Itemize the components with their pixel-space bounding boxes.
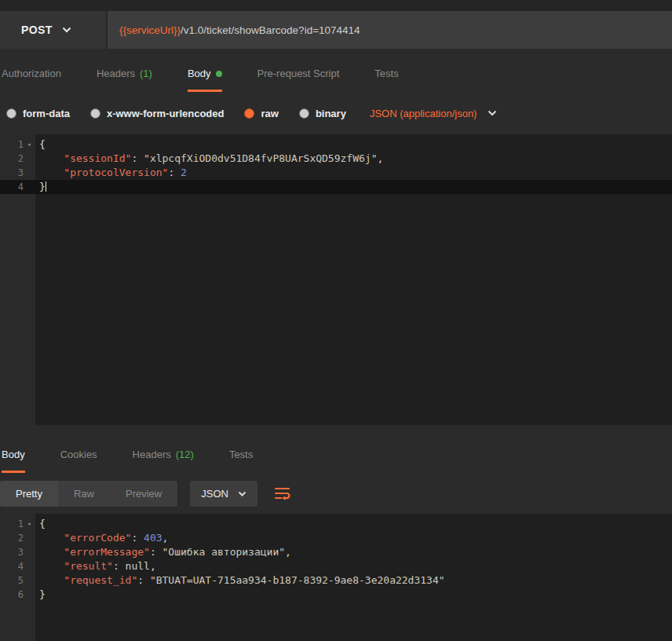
- request-tab-headers[interactable]: Headers(1): [97, 68, 152, 92]
- body-set-dot: [216, 71, 222, 77]
- line-number: 2: [0, 531, 24, 545]
- method-dropdown[interactable]: POST: [0, 11, 108, 49]
- token-plain: :: [113, 560, 126, 572]
- response-tab-cookies[interactable]: Cookies: [60, 449, 97, 473]
- fold-spacer: [24, 152, 35, 166]
- url-input[interactable]: {{serviceUrl}}/v1.0/ticket/showBarcode?i…: [108, 11, 672, 49]
- mode-label: x-www-form-urlencoded: [107, 108, 225, 119]
- token-key: "request_id": [64, 574, 137, 586]
- fold-spacer: [24, 166, 35, 180]
- wrap-lines-icon: [273, 485, 292, 501]
- token-plain: [39, 152, 64, 164]
- token-key: "protocolVersion": [64, 167, 168, 178]
- url-variable: {{serviceUrl}}: [119, 24, 181, 36]
- code-text: }: [35, 180, 672, 194]
- body-mode-row: form-datax-www-form-urlencodedrawbinary …: [0, 92, 672, 134]
- postman-window: POST {{serviceUrl}}/v1.0/ticket/showBarc…: [0, 0, 672, 641]
- token-null: null: [126, 560, 150, 572]
- code-text: "errorCode": 403,: [35, 531, 672, 545]
- token-number: 403: [144, 532, 162, 544]
- tab-label: Cookies: [60, 449, 97, 460]
- response-body-editor: 1▾{2 "errorCode": 403,3 "errorMessage": …: [0, 514, 672, 641]
- code-line: 6}: [0, 588, 672, 602]
- tab-label: Authorization: [2, 68, 61, 79]
- text-cursor: [46, 181, 46, 192]
- view-raw[interactable]: Raw: [58, 481, 110, 507]
- response-tab-body[interactable]: Body: [2, 449, 25, 473]
- request-tab-pre-request-script[interactable]: Pre-request Script: [257, 68, 340, 92]
- body-mode-x-www-form-urlencoded[interactable]: x-www-form-urlencoded: [90, 108, 225, 119]
- code-line: 3 "protocolVersion": 2: [0, 166, 672, 180]
- token-plain: [39, 167, 64, 178]
- view-preview[interactable]: Preview: [110, 481, 177, 507]
- line-number: 6: [0, 588, 24, 602]
- response-format-label: JSON: [201, 488, 228, 500]
- body-mode-options: form-datax-www-form-urlencodedrawbinary: [6, 108, 346, 119]
- line-number: 3: [0, 545, 24, 559]
- code-text: "request_id": "BTUAT=UAT-715aa934-b187-8…: [35, 573, 672, 588]
- section-divider: [0, 425, 672, 436]
- body-mode-form-data[interactable]: form-data: [6, 108, 70, 119]
- wrap-lines-button[interactable]: [270, 482, 295, 504]
- mode-label: raw: [261, 108, 278, 119]
- token-plain: :: [137, 574, 150, 586]
- token-plain: [39, 532, 64, 544]
- content-type-dropdown[interactable]: JSON (application/json): [370, 108, 498, 119]
- code-line: 1▾{: [0, 517, 672, 531]
- body-mode-binary[interactable]: binary: [299, 108, 346, 119]
- code-text: }: [35, 588, 672, 602]
- token-plain: ,: [377, 152, 383, 164]
- token-plain: {: [39, 518, 46, 529]
- request-body-editor[interactable]: 1▾{2 "sessionId": "xlpcqfXiOD0dv51D84fvP…: [0, 134, 672, 425]
- content-type-label: JSON (application/json): [370, 108, 477, 119]
- tab-label: Tests: [229, 449, 253, 460]
- fold-arrow-icon: ▾: [24, 137, 35, 152]
- token-plain: ,: [150, 560, 156, 572]
- tab-label: Headers: [133, 449, 171, 460]
- token-plain: {: [39, 138, 46, 150]
- radio-icon: [90, 108, 100, 119]
- window-top-strip: [0, 0, 672, 11]
- radio-icon: [6, 108, 16, 119]
- fold-spacer: [24, 588, 35, 602]
- tab-count: (12): [176, 449, 194, 460]
- code-line: 1▾{: [0, 137, 672, 152]
- line-number: 4: [0, 180, 24, 194]
- token-plain: :: [131, 152, 144, 164]
- radio-icon: [244, 108, 254, 119]
- line-number: 5: [0, 573, 24, 588]
- tab-label: Headers: [97, 68, 135, 79]
- request-tab-authorization[interactable]: Authorization: [2, 68, 61, 92]
- code-line: 5 "request_id": "BTUAT=UAT-715aa934-b187…: [0, 573, 672, 588]
- fold-spacer: [24, 180, 35, 194]
- tab-count: (1): [140, 68, 152, 79]
- token-string: "xlpcqfXiOD0dv51D84fvP8UArSxQD59zfW6j": [144, 152, 377, 164]
- body-mode-raw[interactable]: raw: [244, 108, 278, 119]
- response-format-dropdown[interactable]: JSON: [190, 481, 257, 507]
- mode-label: binary: [316, 108, 346, 119]
- token-plain: :: [131, 532, 144, 544]
- token-key: "errorCode": [64, 532, 131, 544]
- code-text: "errorMessage": "Ошибка авторизации",: [35, 545, 672, 559]
- token-string: "BTUAT=UAT-715aa934-b187-8392-9ae8-3e20a…: [150, 574, 445, 586]
- token-string: "Ошибка авторизации": [163, 546, 286, 558]
- token-plain: :: [150, 546, 163, 558]
- response-toolbar: PrettyRawPreview JSON: [0, 473, 672, 514]
- code-text: "result": null,: [35, 559, 672, 573]
- tab-label: Body: [2, 449, 25, 460]
- tab-label: Tests: [374, 68, 398, 79]
- token-plain: [39, 574, 64, 586]
- mode-label: form-data: [23, 108, 70, 119]
- code-line: 4 "result": null,: [0, 559, 672, 573]
- response-tabs: BodyCookiesHeaders(12)Tests: [0, 436, 672, 473]
- view-pretty[interactable]: Pretty: [0, 481, 58, 507]
- request-tab-tests[interactable]: Tests: [374, 68, 398, 92]
- code-line: 4}: [0, 180, 672, 194]
- response-tab-tests[interactable]: Tests: [229, 449, 253, 473]
- chevron-down-icon: [238, 491, 247, 496]
- response-tab-headers[interactable]: Headers(12): [133, 449, 194, 473]
- response-view-switch: PrettyRawPreview: [0, 481, 177, 507]
- fold-spacer: [24, 573, 35, 588]
- token-plain: :: [168, 167, 181, 178]
- request-tab-body[interactable]: Body: [188, 68, 222, 92]
